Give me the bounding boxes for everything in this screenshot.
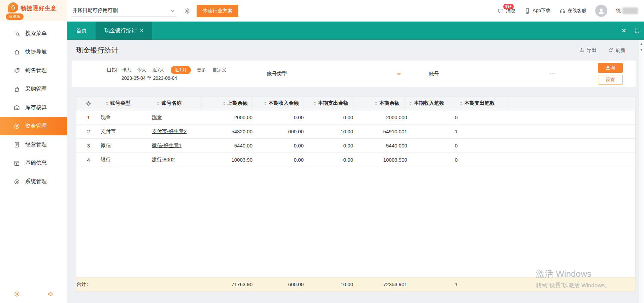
sort-icon [313, 102, 316, 105]
app-download-label: App下载 [533, 8, 550, 14]
query-button[interactable]: 查询 [598, 63, 623, 73]
sidebar-item-purchase[interactable]: 采购管理 [0, 80, 67, 98]
expense-count-cell: 0 [455, 110, 507, 124]
sidebar-item-inventory[interactable]: 库存核算 [0, 98, 67, 117]
edition-badge: 标准版 [6, 13, 24, 20]
refresh-button[interactable]: 刷新 [608, 47, 625, 54]
sidebar-item-search-menu[interactable]: 搜索菜单 [0, 24, 67, 43]
sidebar-item-quick-nav[interactable]: 快捷导航 [0, 43, 67, 61]
total-balance: 72353.90 [353, 277, 404, 291]
sidebar-item-sales[interactable]: 销售管理 [0, 61, 67, 80]
online-support-label: 在线客服 [568, 8, 586, 14]
date-option-yesterday[interactable]: 昨天 [122, 67, 131, 73]
date-range-value[interactable]: 2023-05-04 至 2023-06-04 [122, 75, 227, 81]
export-button[interactable]: 导出 [579, 47, 597, 54]
user-menu[interactable]: 徐 [616, 7, 638, 14]
account-name-link[interactable]: 微信-好生意1 [152, 142, 181, 148]
chevron-down-icon [171, 8, 174, 12]
account-name-link[interactable]: 现金 [152, 114, 162, 120]
column-header-account-name[interactable]: 账号名称 [152, 97, 201, 110]
column-header-balance[interactable]: 本期余额 [353, 97, 404, 110]
column-header-expense-count[interactable]: 本期支出笔数 [455, 97, 507, 110]
page-actions: 导出 刷新 [579, 47, 625, 54]
headset-icon [559, 8, 566, 14]
close-tabs-icon[interactable]: × [621, 27, 626, 35]
user-avatar[interactable] [595, 5, 607, 17]
page-header: 现金银行统计 导出 刷新 [67, 40, 644, 61]
messages-button[interactable]: 消息 99+ [498, 8, 515, 14]
date-option-last-month[interactable]: 近1月 [171, 66, 191, 74]
account-type-cell: 现金 [101, 110, 152, 124]
column-settings-gear-icon[interactable] [76, 101, 101, 106]
balance-cell: 5440.00 [353, 138, 404, 153]
filler-cell [507, 277, 635, 291]
settings-button[interactable]: 设置 [598, 75, 623, 85]
prev-balance-cell: 2000.00 [201, 110, 252, 124]
topbar: 开账日期可停用可删 体验行业方案 消息 99+ App下载 在线客服 [67, 0, 644, 22]
gear-icon[interactable] [13, 291, 20, 297]
brand-logo-icon [8, 2, 18, 12]
income-count-cell: 0 [404, 138, 455, 153]
username: 徐 [616, 8, 621, 14]
sidebar-item-system[interactable]: 系统管理 [0, 172, 67, 191]
sort-icon [106, 102, 108, 105]
column-header-expense[interactable]: 本期支出金额 [304, 97, 353, 110]
chevron-down-icon [397, 71, 401, 75]
expense-cell: 0.00 [304, 138, 353, 153]
total-expense-count: 1 [455, 277, 507, 291]
grid-icon [13, 160, 20, 167]
tab-cash-bank-stats[interactable]: 现金银行统计 × [96, 22, 152, 40]
report-icon [13, 141, 20, 148]
app-download-button[interactable]: App下载 [524, 8, 550, 14]
content-area: 现金银行统计 导出 刷新 日期 [67, 40, 644, 303]
account-type-select[interactable] [292, 68, 403, 79]
tab-home[interactable]: 首页 [67, 22, 96, 40]
sidebar-footer [0, 285, 67, 303]
account-book-select-value: 开账日期可停用可删 [72, 7, 118, 14]
trial-solution-button[interactable]: 体验行业方案 [197, 5, 238, 17]
total-prev-balance: 71763.90 [201, 277, 252, 291]
vertical-scrollbar[interactable]: ▲ ▼ [638, 40, 644, 303]
sidebar-item-operations[interactable]: 经营管理 [0, 135, 67, 154]
topbar-right: 消息 99+ App下载 在线客服 徐 [498, 5, 638, 17]
column-header-income[interactable]: 本期收入金额 [252, 97, 304, 110]
table-row[interactable]: 4 银行 建行-8002 10003.90 0.00 0.00 10003.90… [76, 153, 635, 167]
balance-cell: 10003.90 [353, 153, 404, 167]
sidebar-item-label: 搜索菜单 [25, 30, 47, 37]
account-book-select[interactable]: 开账日期可停用可删 [72, 5, 177, 17]
more-options-icon[interactable]: ⋯ [549, 71, 556, 76]
column-header-account-type[interactable]: 账号类型 [101, 97, 152, 110]
table-row[interactable]: 2 支付宝 支付宝-好生意2 54320.00 600.00 10.00 549… [76, 124, 635, 138]
search-icon [13, 30, 20, 37]
date-option-custom[interactable]: 自定义 [212, 67, 227, 73]
scroll-up-icon[interactable]: ▲ [640, 42, 643, 45]
column-header-income-count[interactable]: 本期收入笔数 [404, 97, 455, 110]
total-income-count: 1 [404, 277, 455, 291]
expense-count-cell: 0 [455, 153, 507, 167]
date-option-last7days[interactable]: 近7天 [152, 67, 165, 73]
income-cell: 600.00 [252, 124, 304, 138]
table-row[interactable]: 1 现金 现金 2000.00 0.00 0.00 2000.00 0 0 [76, 110, 635, 124]
account-name-link[interactable]: 建行-8002 [152, 157, 175, 162]
cash-bank-table-card: 账号类型 账号名称 上期余额 本期收入金额 本期支出金额 本期余额 本期收入笔数… [76, 96, 636, 292]
announcement-icon[interactable] [47, 291, 54, 297]
sidebar-item-label: 销售管理 [25, 67, 47, 74]
sidebar-item-base-info[interactable]: 基础信息 [0, 154, 67, 172]
fullscreen-icon[interactable] [634, 28, 640, 34]
scroll-down-icon[interactable]: ▼ [640, 48, 643, 52]
brand-name: 畅捷通好生意 [21, 4, 57, 12]
date-option-today[interactable]: 今天 [137, 67, 146, 73]
date-option-more[interactable]: 更多 [197, 67, 206, 73]
column-header-prev-balance[interactable]: 上期余额 [201, 97, 252, 110]
row-number-cell: 4 [76, 153, 101, 167]
balance-cell: 2000.00 [353, 110, 404, 124]
online-support-button[interactable]: 在线客服 [559, 8, 586, 14]
sidebar-item-funds[interactable]: 资金管理 [0, 117, 67, 135]
username-redacted-block [622, 7, 638, 14]
tab-close-icon[interactable]: × [140, 28, 143, 34]
account-input[interactable]: ⋯ [444, 68, 558, 79]
sidebar-menu: 搜索菜单 快捷导航 销售管理 采购管理 库存核算 资金管理 [0, 21, 67, 285]
account-name-link[interactable]: 支付宝-好生意2 [152, 128, 187, 134]
settings-gear-icon[interactable] [184, 8, 191, 14]
table-row[interactable]: 3 微信 微信-好生意1 5440.00 0.00 0.00 5440.00 0… [76, 138, 635, 153]
